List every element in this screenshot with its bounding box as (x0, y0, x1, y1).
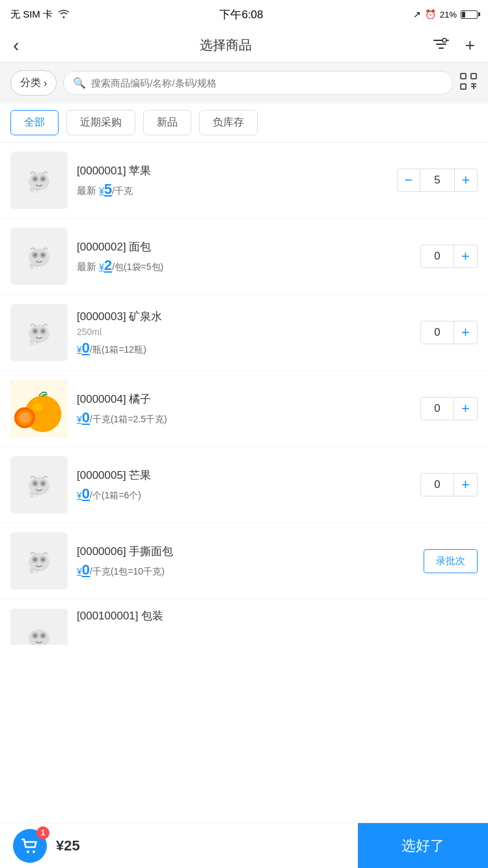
search-bar: 🔍 (63, 71, 453, 95)
scan-icon[interactable] (459, 72, 478, 94)
price-num-2: 2 (104, 257, 112, 273)
svg-point-57 (33, 850, 35, 853)
price-unit-2: /包(1袋=5包) (112, 262, 163, 272)
orange-illustration (10, 380, 68, 437)
product-price-3: ¥0/瓶(1箱=12瓶) (77, 340, 411, 357)
qty-plus-2[interactable]: + (454, 245, 478, 268)
qty-control-3: + (420, 321, 478, 344)
svg-point-48 (42, 558, 45, 562)
price-unit-6: /千克(1包=10千克) (90, 566, 165, 576)
qty-control-1: − + (397, 169, 478, 192)
qty-input-3[interactable] (420, 321, 454, 344)
chevron-right-icon: › (44, 77, 47, 89)
product-info-5: [0000005] 芒果 ¥0/个(1箱=6个) (77, 468, 411, 502)
svg-point-13 (34, 178, 37, 181)
tab-new[interactable]: 新品 (143, 110, 191, 135)
product-image-5: 智十 (10, 456, 68, 513)
svg-point-42 (42, 482, 45, 485)
tab-negative[interactable]: 负库存 (199, 110, 258, 135)
product-price-2: 最新 ¥2/包(1袋=5包) (77, 257, 411, 274)
search-icon: 🔍 (73, 77, 86, 89)
qty-plus-3[interactable]: + (454, 321, 478, 344)
price-currency-2: ¥ (99, 262, 104, 272)
qty-plus-5[interactable]: + (454, 473, 478, 496)
qty-plus-4[interactable]: + (454, 397, 478, 420)
price-num-1: 5 (104, 181, 112, 197)
product-price-5: ¥0/个(1箱=6个) (77, 485, 411, 502)
price-currency-6: ¥ (77, 566, 82, 576)
product-item: 智十 [0000006] 手撕面包 ¥0/千克(1包=10千克) 录批次 (0, 523, 488, 599)
svg-point-56 (27, 850, 29, 853)
battery-percent: 21% (440, 10, 457, 20)
product-name-1: [0000001] 苹果 (77, 163, 388, 178)
product-list: 智十 [0000001] 苹果 最新 ¥5/千克 − + (0, 142, 488, 645)
filter-icon[interactable] (433, 37, 450, 54)
product-info-7: [000100001] 包装 (77, 608, 478, 626)
price-num-5: 0 (82, 485, 90, 502)
svg-point-20 (42, 254, 45, 257)
svg-point-41 (34, 482, 37, 485)
price-prefix-2: 最新 (77, 261, 99, 272)
product-name-6: [0000006] 手撕面包 (77, 544, 414, 559)
cart-area: 1 ¥25 (0, 829, 358, 863)
price-num-4: 0 (82, 409, 90, 426)
svg-point-54 (42, 634, 45, 638)
product-info-1: [0000001] 苹果 最新 ¥5/千克 (77, 163, 388, 198)
category-button[interactable]: 分类 › (10, 70, 57, 96)
product-price-4: ¥0/千克(1箱=2.5千克) (77, 409, 411, 426)
price-unit-3: /瓶(1箱=12瓶) (90, 344, 146, 355)
qty-input-4[interactable] (420, 397, 454, 420)
product-price-6: ¥0/千克(1包=10千克) (77, 562, 414, 578)
svg-point-3 (442, 38, 446, 42)
qty-plus-1[interactable]: + (454, 169, 478, 192)
qty-input-1[interactable] (420, 169, 454, 192)
product-placeholder-6: 智十 (10, 532, 68, 590)
back-button[interactable]: ‹ (13, 35, 19, 56)
search-input[interactable] (91, 77, 443, 88)
price-currency-3: ¥ (77, 344, 82, 355)
product-name-4: [0000004] 橘子 (77, 392, 411, 407)
svg-point-26 (42, 330, 45, 333)
qty-input-2[interactable] (420, 245, 454, 268)
status-right: ↗ ⏰ 21% (413, 9, 478, 20)
svg-rect-4 (461, 74, 466, 79)
battery-icon (461, 10, 478, 19)
product-name-5: [0000005] 芒果 (77, 468, 411, 483)
price-unit-4: /千克(1箱=2.5千克) (90, 414, 167, 424)
location-icon: ↗ (413, 9, 421, 20)
qty-input-5[interactable] (420, 473, 454, 496)
svg-point-47 (34, 558, 37, 562)
svg-point-32 (33, 403, 43, 411)
page-title: 选择商品 (200, 36, 252, 54)
svg-text:智十: 智十 (29, 492, 40, 498)
battery-fill (462, 12, 465, 18)
price-currency-1: ¥ (99, 185, 104, 196)
svg-point-19 (34, 254, 37, 257)
carrier-label: 无 SIM 卡 (10, 8, 53, 21)
product-image-7: 智十 (10, 608, 68, 645)
confirm-button[interactable]: 选好了 (358, 823, 488, 869)
batch-button-6[interactable]: 录批次 (424, 549, 478, 573)
tab-recent[interactable]: 近期采购 (66, 110, 135, 135)
wifi-icon (58, 9, 70, 20)
cart-total: ¥25 (56, 837, 80, 854)
product-placeholder-7: 智十 (10, 608, 68, 645)
product-info-3: [0000003] 矿泉水 250ml ¥0/瓶(1箱=12瓶) (77, 309, 411, 357)
qty-minus-1[interactable]: − (397, 169, 420, 192)
product-item: 智十 [0000003] 矿泉水 250ml ¥0/瓶(1箱=12瓶) + (0, 295, 488, 370)
product-image-6: 智十 (10, 532, 68, 590)
cart-button[interactable]: 1 (13, 829, 47, 863)
add-button[interactable]: + (465, 35, 475, 55)
qty-control-2: + (420, 245, 478, 268)
svg-text:智十: 智十 (29, 187, 40, 193)
svg-point-53 (34, 634, 37, 638)
product-spec-3: 250ml (77, 327, 411, 337)
product-image-1: 智十 (10, 152, 68, 209)
svg-rect-6 (461, 84, 466, 89)
tab-bar: 全部 近期采购 新品 负库存 (0, 103, 488, 142)
tab-all[interactable]: 全部 (10, 110, 59, 135)
svg-point-14 (42, 178, 45, 181)
product-item: [0000004] 橘子 ¥0/千克(1箱=2.5千克) + (0, 371, 488, 446)
price-num-6: 0 (82, 562, 90, 578)
svg-point-37 (20, 413, 30, 423)
